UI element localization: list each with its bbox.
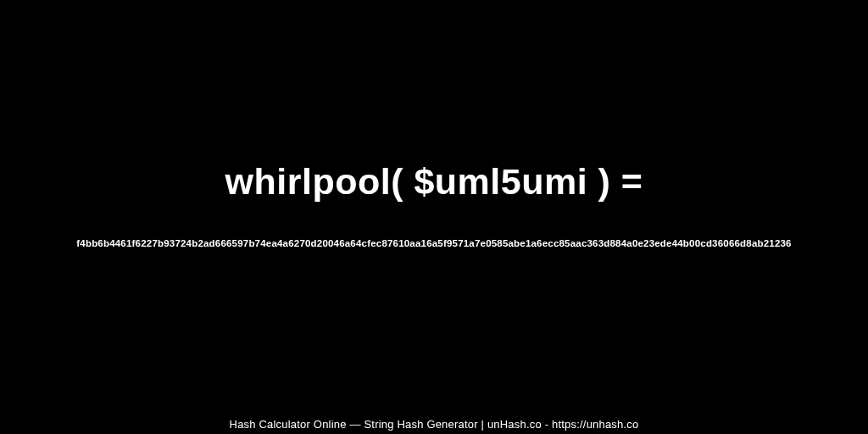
footer-text: Hash Calculator Online — String Hash Gen… bbox=[0, 418, 868, 434]
main-content: whirlpool( $uml5umi ) = f4bb6b4461f6227b… bbox=[0, 0, 868, 434]
hash-output-value: f4bb6b4461f6227b93724b2ad666597b74ea4a62… bbox=[76, 238, 791, 248]
hash-expression: whirlpool( $uml5umi ) = bbox=[225, 161, 643, 203]
